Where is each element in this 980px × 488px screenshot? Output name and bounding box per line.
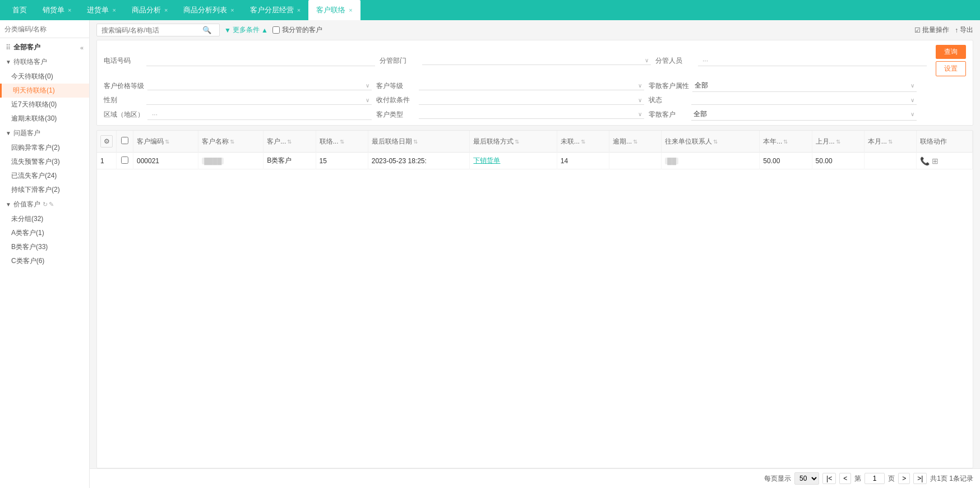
sidebar-item-today-contact[interactable]: 今天待联络(0): [0, 70, 89, 84]
my-customers-check[interactable]: [272, 26, 280, 34]
phone-action-icon[interactable]: 📞: [920, 156, 930, 165]
col-this-month[interactable]: 本月... ⇅: [864, 131, 916, 153]
nav-sales[interactable]: 销货单 ×: [35, 0, 79, 20]
col-last-month[interactable]: 上月... ⇅: [812, 131, 864, 153]
row-actions[interactable]: 📞 ⊞: [917, 153, 973, 169]
my-customers-checkbox[interactable]: 我分管的客户: [272, 25, 322, 35]
col-contact-count[interactable]: 联络... ⇅: [316, 131, 368, 153]
close-icon[interactable]: ×: [230, 7, 234, 13]
retail-attr-select[interactable]: 全部 ∨: [692, 80, 917, 92]
sidebar-search-input[interactable]: [4, 25, 89, 33]
page-number-input[interactable]: [865, 473, 885, 484]
edit-icon[interactable]: ✎: [49, 201, 54, 208]
row-checkbox[interactable]: [117, 153, 133, 169]
nav-purchase[interactable]: 进货单 ×: [79, 0, 123, 20]
query-button[interactable]: 查询: [936, 45, 966, 59]
close-icon[interactable]: ×: [297, 7, 301, 13]
nav-customer-contact[interactable]: 客户联络 ×: [308, 0, 360, 20]
sidebar-item-week7-contact[interactable]: 近7天待联络(0): [0, 98, 89, 112]
sort-icon: ⇅: [413, 139, 418, 145]
search-icon: 🔍: [202, 26, 211, 34]
customer-type-select[interactable]: ∨: [419, 110, 644, 119]
chevron-down-icon: ∨: [910, 111, 914, 117]
chevron-down-icon: ▼: [6, 59, 11, 65]
export-button[interactable]: ↑ 导出: [955, 25, 973, 35]
col-checkbox[interactable]: [117, 131, 133, 153]
sidebar-all-customers-header[interactable]: ⠿ 全部客户 «: [0, 38, 89, 54]
toolbar: 🔍 ▼ 更多条件 ▲ 我分管的客户 ☑ 批量操作 ↑ 导出: [90, 20, 980, 40]
last-page-button[interactable]: >|: [913, 473, 927, 484]
dept-select[interactable]: ∨: [422, 56, 651, 65]
select-all-checkbox[interactable]: [121, 137, 128, 144]
sidebar-item-continue-drop[interactable]: 持续下滑客户(2): [0, 183, 89, 197]
sidebar-problem-section[interactable]: ▼ 问题客户: [0, 126, 89, 141]
filter-row-2: 客户价格等级 ∨ 客户等级 ∨ 零散客户属性 全部 ∨: [104, 80, 966, 92]
customer-level-select[interactable]: ∨: [419, 81, 644, 90]
gear-button[interactable]: ⚙: [100, 135, 113, 148]
col-type[interactable]: 客户... ⇅: [264, 131, 316, 153]
col-contact-person[interactable]: 往来单位联系人 ⇅: [662, 131, 760, 153]
sidebar-search-box[interactable]: 🔍: [0, 20, 89, 38]
sidebar-value-section[interactable]: ▼ 价值客户 ↻ ✎: [0, 197, 89, 212]
close-icon[interactable]: ×: [68, 7, 71, 13]
sidebar-item-repeat-abnormal[interactable]: 回购异常客户(2): [0, 141, 89, 155]
sidebar-item-already-lost[interactable]: 已流失客户(24): [0, 169, 89, 183]
sidebar-item-tomorrow-contact[interactable]: 明天待联络(1): [0, 84, 89, 98]
region-select[interactable]: ···: [147, 109, 372, 120]
row-select-checkbox[interactable]: [121, 156, 128, 164]
row-contact-count: 15: [316, 153, 368, 169]
row-contact-person: ██: [662, 153, 760, 169]
sidebar-pending-section[interactable]: ▼ 待联络客户: [0, 54, 89, 70]
gender-select[interactable]: ∨: [146, 96, 372, 105]
nav-product-analysis-list[interactable]: 商品分析列表 ×: [175, 0, 242, 20]
col-last-method[interactable]: 最后联络方式 ⇅: [470, 131, 557, 153]
more-filter-button[interactable]: ▼ 更多条件 ▲: [224, 25, 268, 35]
phone-input[interactable]: [146, 56, 375, 66]
col-overdue[interactable]: 逾期... ⇅: [609, 131, 662, 153]
filter-row-4: 区域（地区） ··· 客户类型 ∨ 零散客户 全部 ∨: [104, 108, 966, 121]
sidebar-item-lost-warning[interactable]: 流失预警客户(3): [0, 155, 89, 169]
toolbar-right: ☑ 批量操作 ↑ 导出: [914, 25, 973, 35]
payment-select[interactable]: ∨: [419, 96, 644, 105]
refresh-icon[interactable]: ↻: [43, 201, 48, 208]
sort-icon: ⇅: [515, 139, 519, 145]
toolbar-search-box[interactable]: 🔍: [96, 24, 220, 36]
col-code[interactable]: 客户编码 ⇅: [133, 131, 198, 153]
nav-home[interactable]: 首页: [4, 0, 35, 20]
retail-customer-select[interactable]: 全部 ∨: [691, 108, 917, 121]
close-icon[interactable]: ×: [112, 7, 115, 13]
sidebar-item-c-class[interactable]: C类客户(6): [0, 254, 89, 268]
search-input[interactable]: [101, 26, 202, 34]
collapse-icon[interactable]: «: [80, 44, 84, 51]
sidebar-item-a-class[interactable]: A类客户(1): [0, 226, 89, 240]
person-select[interactable]: ···: [698, 56, 927, 66]
col-name[interactable]: 客户名称 ⇅: [198, 131, 264, 153]
row-last-method[interactable]: 下销货单: [470, 153, 557, 169]
row-this-month: [864, 153, 916, 169]
settings-button[interactable]: 设置: [936, 61, 966, 76]
chevron-down-icon: ▼: [6, 130, 11, 136]
status-select[interactable]: ∨: [691, 96, 917, 105]
col-this-year[interactable]: 本年... ⇅: [760, 131, 812, 153]
nav-customer-tier[interactable]: 客户分层经营 ×: [242, 0, 308, 20]
col-uncontacted[interactable]: 未联... ⇅: [557, 131, 609, 153]
nav-product-analysis[interactable]: 商品分析 ×: [124, 0, 175, 20]
sidebar-item-b-class[interactable]: B类客户(33): [0, 240, 89, 254]
close-icon[interactable]: ×: [164, 7, 168, 13]
page-size-select[interactable]: 50: [794, 472, 819, 485]
sidebar-item-ungrouped[interactable]: 未分组(32): [0, 212, 89, 226]
sort-icon: ⇅: [340, 139, 344, 145]
next-page-button[interactable]: >: [898, 473, 910, 484]
qr-action-icon[interactable]: ⊞: [932, 156, 939, 165]
col-settings[interactable]: ⚙: [97, 131, 117, 153]
batch-operations-button[interactable]: ☑ 批量操作: [914, 25, 949, 35]
col-last-date[interactable]: 最后联络日期 ⇅: [368, 131, 470, 153]
sidebar-item-overdue-contact[interactable]: 逾期未联络(30): [0, 112, 89, 126]
prev-page-button[interactable]: <: [839, 473, 851, 484]
sort-icon: ⇅: [230, 139, 234, 145]
sort-icon: ⇅: [633, 139, 637, 145]
price-level-select[interactable]: ∨: [147, 81, 372, 90]
first-page-button[interactable]: |<: [822, 473, 836, 484]
more-icon: ···: [150, 111, 160, 118]
close-icon[interactable]: ×: [349, 7, 352, 13]
